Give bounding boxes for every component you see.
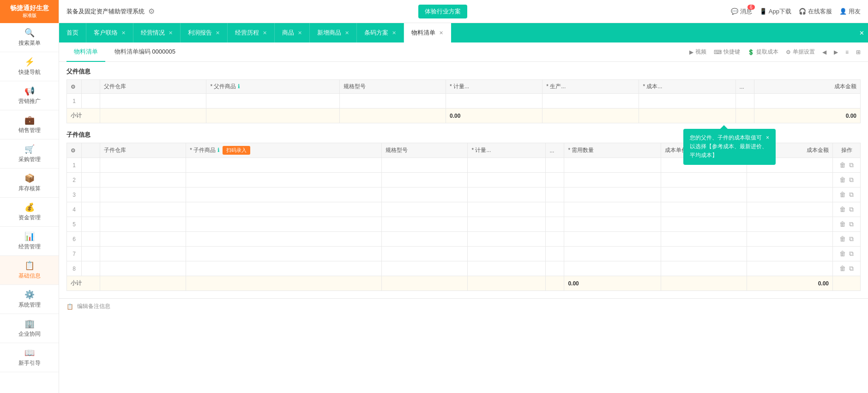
sidebar-item-marketing[interactable]: 📢营销推广 [0, 81, 59, 110]
cost-btn[interactable]: 💲 提取成本 [747, 48, 778, 56]
parent-row1-goods[interactable] [206, 94, 339, 109]
service-button[interactable]: 🎧 在线客服 [799, 7, 832, 16]
copy-icon-row3[interactable]: ⧉ [849, 191, 854, 198]
sidebar-item-search[interactable]: 🔍搜索菜单 [0, 23, 59, 52]
next-btn[interactable]: ▶ [834, 49, 838, 55]
child-row4-quantity[interactable] [468, 202, 546, 217]
child-row7-goods[interactable] [186, 247, 382, 261]
user-menu[interactable]: 👤 用友 [839, 7, 861, 16]
try-button[interactable]: 体验行业方案 [418, 5, 467, 18]
nav-tab-bom[interactable]: 物料清单✕ [404, 23, 451, 42]
video-btn[interactable]: ▶ 视频 [689, 48, 706, 56]
tooltip-close-button[interactable]: × [766, 133, 769, 142]
child-row8-spec[interactable] [382, 261, 468, 276]
delete-icon-row4[interactable]: 🗑 [839, 206, 846, 213]
child-row2-spec[interactable] [382, 173, 468, 187]
settings-icon[interactable]: ⚙ [148, 7, 155, 16]
child-row6-needed[interactable] [564, 232, 661, 247]
child-row8-extra[interactable] [546, 261, 564, 276]
child-row7-unit-cost[interactable] [661, 247, 747, 261]
nav-tab-close-newgoods[interactable]: ✕ [345, 30, 349, 36]
child-row2-needed[interactable] [564, 173, 661, 187]
child-row7-quantity[interactable] [468, 247, 546, 261]
nav-tab-barcode[interactable]: 条码方案✕ [357, 23, 404, 42]
child-row8-goods[interactable] [186, 261, 382, 276]
delete-icon-row2[interactable]: 🗑 [839, 176, 846, 183]
sub-tab-detail[interactable]: 物料清单编码 0000005 [107, 42, 183, 62]
settings-btn[interactable]: ⚙ 单据设置 [786, 48, 815, 56]
copy-icon-row7[interactable]: ⧉ [849, 250, 854, 257]
nav-tab-newgoods[interactable]: 新增商品✕ [310, 23, 357, 42]
delete-icon-row3[interactable]: 🗑 [839, 191, 846, 198]
scan-button[interactable]: 扫码录入 [223, 146, 250, 155]
delete-icon-row5[interactable]: 🗑 [839, 220, 846, 228]
nav-close-button[interactable]: ✕ [855, 23, 868, 42]
child-row8-needed[interactable] [564, 261, 661, 276]
copy-icon-row1[interactable]: ⧉ [849, 161, 854, 169]
nav-tab-profit[interactable]: 利润报告✕ [181, 23, 228, 42]
sidebar-item-purchase[interactable]: 🛒采购管理 [0, 139, 59, 169]
parent-th-settings[interactable]: ⚙ [67, 80, 82, 94]
child-row5-quantity[interactable] [468, 217, 546, 232]
grid-view-btn[interactable]: ⊞ [856, 49, 861, 55]
child-row1-spec[interactable] [382, 158, 468, 173]
sidebar-item-system[interactable]: ⚙️系统管理 [0, 285, 59, 314]
parent-row1-extra[interactable] [735, 94, 754, 109]
copy-icon-row6[interactable]: ⧉ [849, 235, 854, 242]
child-row1-extra[interactable] [546, 158, 564, 173]
nav-tab-goods[interactable]: 商品✕ [275, 23, 310, 42]
sidebar-item-enterprise[interactable]: 🏢企业协同 [0, 314, 59, 343]
child-row4-spec[interactable] [382, 202, 468, 217]
child-row5-unit-cost[interactable] [661, 217, 747, 232]
child-row2-goods[interactable] [186, 173, 382, 187]
copy-icon-row4[interactable]: ⧉ [849, 206, 854, 213]
sidebar-item-quicknav[interactable]: ⚡快捷导航 [0, 52, 59, 81]
delete-icon-row7[interactable]: 🗑 [839, 250, 846, 257]
child-row7-warehouse[interactable] [100, 247, 186, 261]
sidebar-item-inventory[interactable]: 📦库存核算 [0, 169, 59, 198]
nav-tab-close-goods[interactable]: ✕ [298, 30, 302, 36]
nav-tab-close-barcode[interactable]: ✕ [392, 30, 396, 36]
child-row2-unit-cost[interactable] [661, 173, 747, 187]
nav-tab-close-customers[interactable]: ✕ [121, 30, 126, 36]
child-row5-warehouse[interactable] [100, 217, 186, 232]
parent-row1-cost[interactable] [639, 94, 735, 109]
nav-tab-close-history[interactable]: ✕ [263, 30, 267, 36]
copy-icon-row8[interactable]: ⧉ [849, 265, 854, 272]
child-row4-warehouse[interactable] [100, 202, 186, 217]
shortcut-btn[interactable]: ⌨ 快捷键 [714, 48, 740, 56]
parent-row1-production[interactable] [542, 94, 639, 109]
child-row6-quantity[interactable] [468, 232, 546, 247]
child-row1-warehouse[interactable] [100, 158, 186, 173]
child-row2-quantity[interactable] [468, 173, 546, 187]
child-row3-needed[interactable] [564, 187, 661, 202]
child-row1-goods[interactable] [186, 158, 382, 173]
copy-icon-row5[interactable]: ⧉ [849, 220, 854, 228]
parent-row1-spec[interactable] [339, 94, 446, 109]
prev-btn[interactable]: ◀ [822, 49, 826, 55]
delete-icon-row1[interactable]: 🗑 [839, 161, 846, 169]
sidebar-item-operation[interactable]: 📊经营管理 [0, 227, 59, 256]
child-row6-unit-cost[interactable] [661, 232, 747, 247]
list-view-btn[interactable]: ≡ [845, 49, 849, 55]
child-row3-extra[interactable] [546, 187, 564, 202]
sidebar-item-sales[interactable]: 💼销售管理 [0, 110, 59, 139]
child-row2-extra[interactable] [546, 173, 564, 187]
sidebar-item-finance[interactable]: 💰资金管理 [0, 198, 59, 227]
child-row4-goods[interactable] [186, 202, 382, 217]
message-button[interactable]: 💬 消息 6 [731, 7, 752, 16]
delete-icon-row6[interactable]: 🗑 [839, 235, 846, 242]
child-row7-needed[interactable] [564, 247, 661, 261]
nav-tab-history[interactable]: 经营历程✕ [228, 23, 275, 42]
child-row8-unit-cost[interactable] [661, 261, 747, 276]
child-row3-quantity[interactable] [468, 187, 546, 202]
child-row6-goods[interactable] [186, 232, 382, 247]
child-row6-spec[interactable] [382, 232, 468, 247]
child-row1-quantity[interactable] [468, 158, 546, 173]
content-scroll[interactable]: × 您的父件、子件的成本取值可以选择【参考成本、最新进价、平均成本】 父件信息 … [59, 62, 868, 393]
app-download-button[interactable]: 📱 App下载 [760, 7, 791, 16]
delete-icon-row8[interactable]: 🗑 [839, 265, 846, 272]
sidebar-item-basic[interactable]: 📋基础信息 [0, 256, 59, 285]
nav-tab-close-profit[interactable]: ✕ [216, 30, 220, 36]
child-row4-unit-cost[interactable] [661, 202, 747, 217]
